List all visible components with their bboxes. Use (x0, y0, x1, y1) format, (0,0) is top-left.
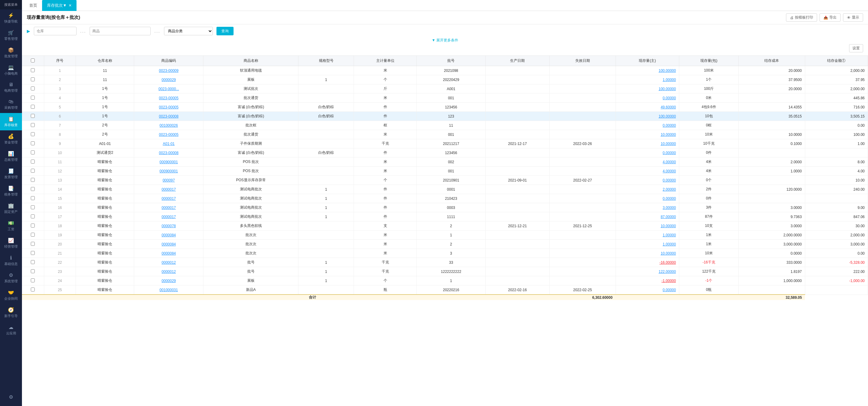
row-checkbox[interactable] (31, 214, 35, 218)
row-checkbox[interactable] (31, 269, 35, 273)
product-code-link[interactable]: 001000031 (159, 288, 178, 292)
row-checkbox[interactable] (31, 87, 35, 91)
row-checkbox[interactable] (31, 77, 35, 81)
product-code-link[interactable]: 0000084 (162, 242, 176, 246)
product-code-link[interactable]: 0000012 (162, 270, 176, 274)
product-code-link[interactable]: 000900001 (159, 160, 178, 164)
stock-main-link[interactable]: 100.00000 (658, 87, 676, 91)
sidebar-item-快捷导航[interactable]: ⚡ 快捷导航 (0, 9, 22, 27)
sidebar-item-总账管理[interactable]: 📊 总账管理 (0, 148, 22, 165)
sidebar-item-零售管理[interactable]: 🛒 零售管理 (0, 27, 22, 44)
product-code-link[interactable]: 0023-00005 (159, 105, 178, 109)
row-checkbox[interactable] (31, 169, 35, 173)
sidebar-search[interactable]: 搜索菜单 (0, 0, 22, 9)
product-code-link[interactable]: 0000084 (162, 233, 176, 237)
row-checkbox[interactable] (31, 224, 35, 228)
row-checkbox[interactable] (31, 178, 35, 182)
tab-home[interactable]: 首页 (24, 0, 42, 11)
display-button[interactable]: 👁 显示 (843, 13, 863, 22)
stock-main-link[interactable]: 0.00000 (663, 178, 676, 182)
stock-main-link[interactable]: 10.00000 (661, 142, 676, 146)
sidebar-item-经营管理[interactable]: 📈 经营管理 (0, 235, 22, 252)
stock-main-link[interactable]: 0.00000 (663, 197, 676, 201)
row-checkbox[interactable] (31, 287, 35, 292)
stock-main-link[interactable]: -1.00000 (661, 279, 676, 283)
row-checkbox[interactable] (31, 196, 35, 200)
sidebar-item-采购管理[interactable]: 🛍 采购管理 (0, 96, 22, 113)
stock-main-link[interactable]: 0.00000 (663, 123, 676, 128)
sidebar-item-电商管理[interactable]: 🖥 电商管理 (0, 79, 22, 96)
stock-main-link[interactable]: -16.00000 (659, 261, 676, 265)
sidebar-item-批发管理[interactable]: 📦 批发管理 (0, 44, 22, 62)
row-checkbox[interactable] (31, 278, 35, 282)
row-checkbox[interactable] (31, 160, 35, 164)
row-checkbox[interactable] (31, 187, 35, 191)
product-code-link[interactable]: 0000012 (162, 261, 176, 265)
stock-main-link[interactable]: 10.00000 (661, 224, 676, 228)
product-code-link[interactable]: 0000029 (162, 279, 176, 283)
sidebar-item-小脑电商[interactable]: 💻 小脑电商 (0, 62, 22, 79)
sidebar-item-发票管理[interactable]: 🧾 发票管理 (0, 165, 22, 182)
product-code-link[interactable]: 001000026 (159, 123, 178, 128)
tab-inventory-batch[interactable]: 库存批次▼ ✕ (42, 0, 76, 11)
row-checkbox[interactable] (31, 68, 35, 72)
product-input[interactable] (90, 27, 151, 35)
stock-main-link[interactable]: 0.00000 (663, 288, 676, 292)
stock-main-link[interactable]: 122.00000 (658, 270, 676, 274)
row-checkbox[interactable] (31, 123, 35, 127)
sidebar-item-库存核查[interactable]: 📋 库存核查 (0, 113, 22, 130)
sidebar-item-系统管理[interactable]: ⚙ 系统管理 (0, 269, 22, 286)
row-checkbox[interactable] (31, 205, 35, 209)
row-checkbox[interactable] (31, 242, 35, 246)
settings-icon[interactable]: ⚙ (8, 391, 14, 403)
print-button[interactable]: 🖨 按模板打印 (786, 13, 817, 22)
stock-main-link[interactable]: 49.60000 (661, 105, 676, 109)
stock-main-link[interactable]: 100.00000 (658, 69, 676, 73)
sidebar-item-税务管理[interactable]: 📑 税务管理 (0, 182, 22, 200)
product-code-link[interactable]: 0000029 (162, 78, 176, 82)
sidebar-item-资金管理[interactable]: 💰 资金管理 (0, 130, 22, 148)
product-code-link[interactable]: 0000017 (162, 206, 176, 210)
stock-main-link[interactable]: 0.00000 (663, 96, 676, 100)
sidebar-item-工资[interactable]: 💵 工资 (0, 217, 22, 235)
row-checkbox[interactable] (31, 150, 35, 155)
row-checkbox[interactable] (31, 141, 35, 145)
product-code-link[interactable]: 0000017 (162, 197, 176, 201)
product-code-link[interactable]: 0000017 (162, 215, 176, 219)
table-settings-button[interactable]: 设置 (849, 44, 863, 53)
row-checkbox[interactable] (31, 96, 35, 100)
sidebar-item-基础信息[interactable]: ℹ 基础信息 (0, 252, 22, 269)
select-all-checkbox[interactable] (31, 59, 35, 62)
sidebar-item-云应用[interactable]: ☁ 云应用 (0, 321, 22, 339)
row-checkbox[interactable] (31, 105, 35, 109)
filter-expand-icon[interactable]: ▶ (27, 29, 30, 34)
row-checkbox[interactable] (31, 251, 35, 255)
product-code-link[interactable]: 0023-00009 (159, 69, 178, 73)
product-code-link[interactable]: 0023-00005 (159, 133, 178, 137)
tab-close-icon[interactable]: ✕ (69, 0, 72, 11)
product-code-link[interactable]: 0000084 (162, 251, 176, 256)
sidebar-item-新手引导[interactable]: 🧭 新手引导 (0, 304, 22, 321)
stock-main-link[interactable]: 0.00000 (663, 151, 676, 155)
expand-conditions-button[interactable]: ▼ 展开更多条件 (432, 38, 458, 43)
stock-main-link[interactable]: 1.00000 (663, 242, 676, 246)
product-code-link[interactable]: 000097 (162, 178, 175, 182)
product-code-link[interactable]: 0000017 (162, 187, 176, 192)
sidebar-item-固定资产[interactable]: 🏢 固定资产 (0, 200, 22, 217)
stock-main-link[interactable]: 100.00000 (658, 114, 676, 119)
row-checkbox[interactable] (31, 233, 35, 237)
product-code-link[interactable]: 000900001 (159, 169, 178, 173)
stock-main-link[interactable]: 10.00000 (661, 133, 676, 137)
stock-main-link[interactable]: 87.00000 (661, 215, 676, 219)
product-code-link[interactable]: 0023-00005 (159, 96, 178, 100)
product-code-link[interactable]: 0023-00008 (159, 151, 178, 155)
stock-main-link[interactable]: 3.00000 (663, 206, 676, 210)
stock-main-link[interactable]: 10.00000 (661, 251, 676, 256)
category-select[interactable]: 商品分类 (164, 27, 213, 35)
sidebar-item-企业协同[interactable]: 🤝 企业协同 (0, 286, 22, 304)
product-code-link[interactable]: 0023-0000... (159, 87, 179, 91)
stock-main-link[interactable]: 4.00000 (663, 169, 676, 173)
stock-main-link[interactable]: 4.00000 (663, 160, 676, 164)
row-checkbox[interactable] (31, 260, 35, 264)
product-code-link[interactable]: 0023-00008 (159, 114, 178, 119)
